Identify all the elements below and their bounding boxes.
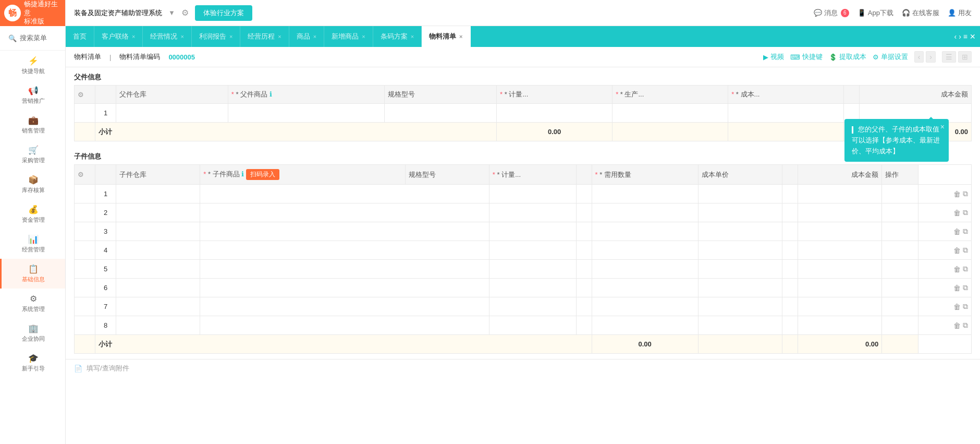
list-view-button[interactable]: ☰	[942, 51, 956, 63]
tab-close-barcode[interactable]: ×	[411, 33, 414, 40]
tab-customers[interactable]: 客户联络 ×	[94, 26, 143, 47]
sidebar-item-basic-info[interactable]: 📋 基础信息	[0, 259, 65, 289]
child-row4-quantity[interactable]	[698, 241, 782, 260]
next-page-button[interactable]: ›	[926, 51, 936, 63]
online-service-button[interactable]: 🎧 在线客服	[902, 8, 939, 18]
child-row4-unit[interactable]	[576, 241, 592, 260]
doc-settings-action[interactable]: ⚙ 单据设置	[873, 52, 908, 62]
tab-profit-report[interactable]: 利润报告 ×	[192, 26, 240, 47]
gear-settings-icon[interactable]: ⚙	[181, 8, 189, 18]
tab-nav-left-icon[interactable]: ‹	[954, 32, 957, 41]
breadcrumb-bom[interactable]: 物料清单	[74, 52, 101, 62]
tab-operation-status[interactable]: 经营情况 ×	[143, 26, 191, 47]
child-row7-copy-button[interactable]: ⧉	[963, 302, 968, 311]
child-row3-warehouse[interactable]	[116, 222, 200, 241]
child-row7-quantity[interactable]	[698, 297, 782, 316]
child-row6-unit[interactable]	[576, 279, 592, 297]
trial-button[interactable]: 体验行业方案	[195, 5, 252, 21]
child-row7-unit[interactable]	[576, 297, 592, 316]
tooltip-close-button[interactable]: ×	[940, 121, 945, 133]
child-row2-spec[interactable]	[489, 203, 576, 222]
tab-close-biz-history[interactable]: ×	[278, 33, 281, 40]
child-row2-copy-button[interactable]: ⧉	[963, 208, 968, 217]
sidebar-item-guide[interactable]: 🎓 新手引导	[0, 348, 65, 378]
child-row5-unit-price[interactable]	[782, 260, 798, 279]
child-row5-quantity[interactable]	[698, 260, 782, 279]
parent-row1-spec[interactable]	[385, 104, 497, 123]
child-row6-delete-button[interactable]: 🗑	[953, 283, 961, 292]
child-row3-delete-button[interactable]: 🗑	[953, 227, 961, 236]
tab-list-icon[interactable]: ≡	[963, 32, 967, 41]
tab-bom[interactable]: 物料清单 ×	[422, 26, 470, 47]
child-row1-spec[interactable]	[489, 185, 576, 203]
child-row8-spec[interactable]	[489, 316, 576, 335]
child-row8-quantity[interactable]	[698, 316, 782, 335]
child-row8-product[interactable]	[200, 316, 489, 335]
child-row1-copy-button[interactable]: ⧉	[963, 189, 968, 198]
parent-row1-production[interactable]	[612, 104, 728, 123]
child-row2-warehouse[interactable]	[116, 203, 200, 222]
child-table-settings-icon[interactable]: ⚙	[78, 171, 84, 178]
sidebar-item-purchase[interactable]: 🛒 采购管理	[0, 140, 65, 170]
child-row2-unit-price[interactable]	[782, 203, 798, 222]
child-row4-copy-button[interactable]: ⧉	[963, 246, 968, 255]
child-row8-warehouse[interactable]	[116, 316, 200, 335]
child-row8-unit[interactable]	[576, 316, 592, 335]
child-row5-spec[interactable]	[489, 260, 576, 279]
tab-close-profit-report[interactable]: ×	[229, 33, 232, 40]
child-row3-copy-button[interactable]: ⧉	[963, 227, 968, 236]
parent-row1-cost[interactable]	[728, 104, 844, 123]
child-row3-product[interactable]	[200, 222, 489, 241]
child-row4-unit-price[interactable]	[782, 241, 798, 260]
message-button[interactable]: 💬 消息 6	[814, 8, 849, 18]
tab-products[interactable]: 商品 ×	[289, 26, 324, 47]
parent-table-settings-icon[interactable]: ⚙	[78, 91, 84, 99]
child-row8-delete-button[interactable]: 🗑	[953, 321, 961, 330]
child-row3-spec[interactable]	[489, 222, 576, 241]
child-row1-unit-price[interactable]	[782, 185, 798, 203]
child-row2-delete-button[interactable]: 🗑	[953, 208, 961, 217]
child-row4-delete-button[interactable]: 🗑	[953, 246, 961, 255]
child-row8-unit-price[interactable]	[782, 316, 798, 335]
sidebar-item-system[interactable]: ⚙ 系统管理	[0, 289, 65, 318]
child-row6-quantity[interactable]	[698, 279, 782, 297]
shortcut-action[interactable]: ⌨ 快捷键	[790, 52, 823, 62]
dropdown-arrow-icon[interactable]: ▼	[168, 9, 175, 17]
child-row5-product[interactable]	[200, 260, 489, 279]
sidebar-item-finance[interactable]: 💰 资金管理	[0, 199, 65, 229]
child-row7-spec[interactable]	[489, 297, 576, 316]
prev-page-button[interactable]: ‹	[914, 51, 924, 63]
tab-close-operation-status[interactable]: ×	[180, 33, 183, 40]
child-row1-delete-button[interactable]: 🗑	[953, 189, 961, 198]
child-row2-product[interactable]	[200, 203, 489, 222]
tab-close-customers[interactable]: ×	[132, 33, 135, 40]
close-all-icon[interactable]: ✕	[970, 32, 976, 41]
child-row3-quantity[interactable]	[698, 222, 782, 241]
child-row5-copy-button[interactable]: ⧉	[963, 265, 968, 273]
tab-close-products[interactable]: ×	[313, 33, 316, 40]
tab-overflow-button[interactable]: ‹ › ≡ ✕	[954, 32, 980, 41]
child-row2-unit[interactable]	[576, 203, 592, 222]
child-row6-warehouse[interactable]	[116, 279, 200, 297]
search-menu-button[interactable]: 🔍 搜索菜单	[4, 30, 61, 46]
user-button[interactable]: 👤 用友	[948, 8, 972, 18]
child-row4-warehouse[interactable]	[116, 241, 200, 260]
sidebar-item-inventory[interactable]: 📦 库存核算	[0, 170, 65, 199]
child-row7-unit-price[interactable]	[782, 297, 798, 316]
sidebar-item-sales[interactable]: 💼 销售管理	[0, 110, 65, 140]
child-row5-unit[interactable]	[576, 260, 592, 279]
child-row7-delete-button[interactable]: 🗑	[953, 302, 961, 311]
tab-biz-history[interactable]: 经营历程 ×	[240, 26, 289, 47]
child-row1-warehouse[interactable]	[116, 185, 200, 203]
child-row4-spec[interactable]	[489, 241, 576, 260]
child-row6-product[interactable]	[200, 279, 489, 297]
child-row7-warehouse[interactable]	[116, 297, 200, 316]
app-download-button[interactable]: 📱 App下载	[858, 8, 893, 18]
child-row8-copy-button[interactable]: ⧉	[963, 321, 968, 330]
cost-action[interactable]: 💲 提取成本	[829, 52, 866, 62]
parent-row1-unit[interactable]	[497, 104, 612, 123]
tab-barcode[interactable]: 条码方案 ×	[373, 26, 422, 47]
child-row4-product[interactable]	[200, 241, 489, 260]
child-row3-unit-price[interactable]	[782, 222, 798, 241]
child-row7-product[interactable]	[200, 297, 489, 316]
